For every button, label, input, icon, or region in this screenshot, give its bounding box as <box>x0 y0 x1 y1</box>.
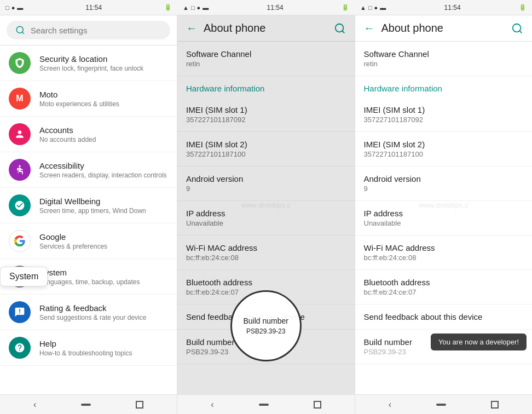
wellbeing-text: Digital Wellbeing Screen time, app timer… <box>39 197 168 215</box>
settings-panel: Security & location Screen lock, fingerp… <box>0 15 177 394</box>
help-icon <box>9 337 31 359</box>
accounts-title: Accounts <box>39 125 168 135</box>
developer-toast: You are now a developer! <box>431 334 527 350</box>
about-header-1: ← About phone <box>177 15 355 42</box>
about-item-imei2-1[interactable]: IMEI (SIM slot 2) 357227101187100 <box>177 132 355 166</box>
search-button-1[interactable] <box>334 22 346 34</box>
sidebar-item-wellbeing[interactable]: Digital Wellbeing Screen time, app timer… <box>0 188 177 223</box>
status-icons-right: ▲ □ ● ▬ <box>360 4 386 11</box>
nav-back-right[interactable]: ‹ <box>389 400 391 410</box>
nav-recent-mid[interactable] <box>314 401 321 409</box>
status-icon-3: ▬ <box>17 4 23 11</box>
accessibility-text: Accessibility Screen readers, display, i… <box>39 161 168 179</box>
about-item-ip-1[interactable]: IP address Unavailable <box>177 201 355 235</box>
software-channel-sub-2: retin <box>364 60 524 68</box>
moto-text: Moto Moto experiences & utilities <box>39 90 168 108</box>
about-header-2: ← About phone <box>355 15 533 42</box>
security-icon <box>9 52 31 74</box>
wellbeing-icon <box>9 194 31 216</box>
hardware-title-2: Hardware information <box>364 84 524 93</box>
status-icons-left: □ ● ▬ <box>5 4 23 11</box>
nav-home-right[interactable] <box>436 404 446 406</box>
hardware-title-1: Hardware information <box>186 84 346 93</box>
about-item-imei1-2[interactable]: IMEI (SIM slot 1) 357227101187092 <box>355 97 533 132</box>
search-input-wrapper[interactable] <box>7 21 170 39</box>
main-content: Security & location Screen lock, fingerp… <box>0 15 532 394</box>
google-icon <box>9 230 31 252</box>
dash-mid: ▬ <box>203 4 209 11</box>
about-item-android-2[interactable]: Android version 9 <box>355 166 533 201</box>
sidebar-item-rating[interactable]: Rating & feedback Send suggestions & rat… <box>0 295 177 330</box>
rating-text: Rating & feedback Send suggestions & rat… <box>39 303 168 321</box>
accessibility-title: Accessibility <box>39 161 168 170</box>
hardware-section-1: Hardware information <box>177 76 355 97</box>
about-item-ip-2[interactable]: IP address Unavailable <box>355 201 533 235</box>
nav-back-mid[interactable]: ‹ <box>211 400 213 410</box>
about-item-android-1[interactable]: Android version 9 <box>177 166 355 201</box>
build-circle-value: PSB29.39-23 <box>246 327 285 335</box>
imei2-title-2: IMEI (SIM slot 2) <box>364 140 524 149</box>
nav-recent-left[interactable] <box>136 401 143 409</box>
about-item-wifi-1[interactable]: Wi-Fi MAC address bc:ff:eb:24:ce:08 <box>177 235 355 270</box>
about-item-bt-2[interactable]: Bluetooth address bc:ff:eb:24:ce:07 <box>355 270 533 304</box>
back-button-1[interactable]: ← <box>186 22 197 34</box>
sidebar-item-accessibility[interactable]: Accessibility Screen readers, display, i… <box>0 152 177 188</box>
search-button-2[interactable] <box>511 22 523 34</box>
help-text: Help How-to & troubleshooting topics <box>39 339 168 357</box>
security-text: Security & location Screen lock, fingerp… <box>39 54 168 72</box>
bt-title-2: Bluetooth address <box>364 278 524 287</box>
wifi-mid: □ <box>191 4 195 11</box>
battery-icon-left: 🔋 <box>164 4 172 11</box>
about-item-wifi-2[interactable]: Wi-Fi MAC address bc:ff:eb:24:ce:08 <box>355 235 533 270</box>
status-section-left: □ ● ▬ 11:54 🔋 <box>0 0 177 15</box>
security-title: Security & location <box>39 54 168 64</box>
nav-recent-right[interactable] <box>491 401 499 409</box>
moto-icon: M <box>9 88 31 110</box>
rating-title: Rating & feedback <box>39 303 168 313</box>
security-subtitle: Screen lock, fingerprint, face unlock <box>39 65 168 72</box>
about-item-software-channel-2[interactable]: Software Channel retin <box>355 42 533 76</box>
status-icons-mid: ▲ □ ● ▬ <box>183 4 209 11</box>
about-item-imei1-1[interactable]: IMEI (SIM slot 1) 357227101187092 <box>177 97 355 132</box>
system-tooltip-bubble: System <box>0 267 48 286</box>
sidebar-item-accounts[interactable]: Accounts No accounts added <box>0 117 177 152</box>
battery-icon-mid: 🔋 <box>342 4 349 11</box>
dot-right: ● <box>374 4 378 11</box>
battery-left: 🔋 <box>164 4 172 11</box>
nav-home-mid[interactable] <box>259 404 269 406</box>
sidebar-item-security[interactable]: Security & location Screen lock, fingerp… <box>0 45 177 81</box>
accessibility-icon <box>9 159 31 181</box>
search-bar-container[interactable] <box>0 15 177 45</box>
svg-point-5 <box>513 24 521 32</box>
imei1-sub-2: 357227101187092 <box>364 116 524 124</box>
battery-icon-right: 🔋 <box>519 4 527 11</box>
nav-back-left[interactable]: ‹ <box>33 400 36 410</box>
about-item-software-channel-1[interactable]: Software Channel retin <box>177 42 355 76</box>
search-input[interactable] <box>31 26 161 35</box>
ip-title-2: IP address <box>364 209 524 218</box>
battery-mid: 🔋 <box>342 4 349 11</box>
status-time-right: 11:54 <box>444 4 461 12</box>
software-channel-title-2: Software Channel <box>364 49 524 59</box>
search-icon <box>15 25 25 35</box>
sidebar-item-system[interactable]: System Languages, time, backup, updates … <box>0 259 177 295</box>
accounts-subtitle: No accounts added <box>39 136 168 143</box>
about-item-imei2-2[interactable]: IMEI (SIM slot 2) 357227101187100 <box>355 132 533 166</box>
bottom-nav-left: ‹ <box>0 395 177 414</box>
sidebar-item-google[interactable]: Google Services & preferences <box>0 223 177 259</box>
bt-title-1: Bluetooth address <box>186 278 346 287</box>
status-time-left: 11:54 <box>85 4 102 12</box>
moto-subtitle: Moto experiences & utilities <box>39 100 168 108</box>
about-panel-2: ← About phone Software Channel retin Har… <box>355 15 533 394</box>
sidebar-item-help[interactable]: Help How-to & troubleshooting topics <box>0 330 177 366</box>
nav-home-left[interactable] <box>81 404 91 406</box>
about-item-feedback-2[interactable]: Send feedback about this device <box>355 304 533 330</box>
sidebar-item-moto[interactable]: M Moto Moto experiences & utilities <box>0 81 177 117</box>
google-title: Google <box>39 232 168 242</box>
svg-line-1 <box>22 32 24 33</box>
bottom-nav: ‹ ‹ ‹ <box>0 394 532 414</box>
accessibility-subtitle: Screen readers, display, interaction con… <box>39 171 168 179</box>
rating-subtitle: Send suggestions & rate your device <box>39 314 168 321</box>
ip-sub-1: Unavailable <box>186 219 346 227</box>
back-button-2[interactable]: ← <box>364 22 375 34</box>
